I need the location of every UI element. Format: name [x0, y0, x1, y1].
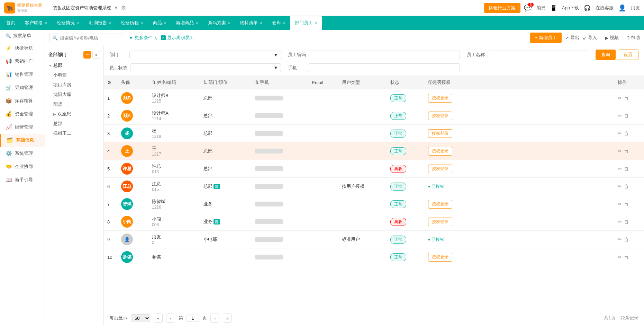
sidebar-item-3[interactable]: 📊销售管理 — [0, 68, 45, 81]
edit-icon-8[interactable]: ✏ — [618, 237, 622, 242]
col-settings[interactable]: ⚙ — [104, 76, 118, 89]
tab-close-icon-8[interactable]: × — [260, 21, 262, 25]
tab-close-icon-2[interactable]: × — [77, 21, 79, 25]
edit-icon-6[interactable]: ✏ — [618, 201, 622, 207]
edit-icon-1[interactable]: ✏ — [618, 113, 622, 118]
prev-page-btn[interactable]: ‹ — [166, 314, 175, 323]
last-page-btn[interactable]: » — [223, 314, 232, 323]
sidebar-item-11[interactable]: 📖新手引导 — [0, 173, 45, 186]
view-button[interactable]: ▶ 视频 — [605, 35, 619, 41]
dept-item-4[interactable]: 配货 — [45, 99, 103, 109]
edit-icon-4[interactable]: ✏ — [618, 166, 622, 171]
delete-icon-7[interactable]: 🗑 — [624, 219, 629, 224]
app-download-icon[interactable]: 📱 — [550, 5, 557, 11]
delete-icon-3[interactable]: 🗑 — [624, 148, 629, 154]
page-input[interactable] — [187, 315, 199, 322]
nav-tab-0[interactable]: 首页 — [1, 16, 20, 30]
cell-auth-0[interactable]: 授权登录 — [425, 89, 476, 107]
auth-btn-2[interactable]: 授权登录 — [428, 129, 452, 138]
edit-icon-0[interactable]: ✏ — [618, 95, 622, 101]
sidebar-item-7[interactable]: 📈经营管理 — [0, 121, 45, 134]
auth-btn-7[interactable]: 授权登录 — [428, 218, 452, 226]
auth-btn-9[interactable]: 授权登录 — [428, 253, 452, 262]
sidebar-item-4[interactable]: 🛒采购管理 — [0, 81, 45, 94]
tab-close-icon-9[interactable]: × — [283, 21, 285, 25]
nav-tab-8[interactable]: 物料清单× — [235, 16, 267, 30]
help-button[interactable]: ? 帮助 — [627, 35, 640, 41]
sidebar-item-1[interactable]: ⚡快捷导航 — [0, 42, 45, 55]
delete-icon-5[interactable]: 🗑 — [624, 184, 629, 189]
dept-item-1[interactable]: 小电部 — [45, 70, 103, 80]
delete-icon-1[interactable]: 🗑 — [624, 113, 629, 118]
search-input[interactable] — [60, 35, 122, 41]
tab-close-icon-6[interactable]: × — [196, 21, 198, 25]
add-employee-button[interactable]: + 新增员工 — [530, 33, 562, 43]
sidebar-item-2[interactable]: 📢营销推广 — [0, 55, 45, 68]
settings-icon[interactable]: ⚙ — [121, 5, 126, 11]
nav-tab-10[interactable]: 部门员工× — [290, 16, 322, 30]
dept-item-2[interactable]: 项目库房 — [45, 80, 103, 90]
tab-close-icon-1[interactable]: × — [45, 21, 47, 25]
tab-close-icon-4[interactable]: × — [141, 21, 143, 25]
sidebar-item-9[interactable]: ⚙️系统管理 — [0, 147, 45, 160]
col-dept[interactable]: ⇅ 部门/职位 — [200, 76, 252, 89]
delete-icon-9[interactable]: 🗑 — [624, 254, 629, 260]
filter-status-select[interactable]: ▼ — [130, 63, 281, 72]
user-label[interactable]: 用友 — [631, 5, 640, 11]
dept-collapse-btn[interactable]: « — [92, 51, 100, 59]
dept-item-3[interactable]: 沈阳大库 — [45, 90, 103, 99]
sidebar-item-8[interactable]: 🗂️基础信息 — [0, 134, 45, 147]
next-page-btn[interactable]: › — [210, 314, 219, 323]
col-phone[interactable]: ⇅ 手机 — [252, 76, 309, 89]
cell-auth-2[interactable]: 授权登录 — [425, 125, 476, 142]
dept-edit-btn[interactable]: ✏ — [83, 51, 91, 59]
delete-icon-2[interactable]: 🗑 — [624, 131, 629, 136]
nav-tab-6[interactable]: 新增商品× — [171, 16, 203, 30]
service-icon[interactable]: 🎧 — [584, 5, 591, 11]
nav-tab-5[interactable]: 商品× — [148, 16, 171, 30]
filter-emp-name-input[interactable] — [488, 51, 589, 59]
tab-close-icon-3[interactable]: × — [109, 21, 111, 25]
filter-phone-input[interactable] — [308, 63, 460, 72]
cell-auth-4[interactable]: 授权登录 — [425, 160, 476, 178]
more-filter-btn[interactable]: ▼ 更多条件 ∧ — [129, 35, 157, 41]
col-name[interactable]: ⇅ 姓名/编码 — [148, 76, 200, 89]
sidebar-item-6[interactable]: 💰资金管理 — [0, 107, 45, 121]
filter-dept-select[interactable]: ▼ — [129, 51, 281, 59]
auth-btn-3[interactable]: 授权登录 — [428, 147, 452, 156]
query-button[interactable]: 查询 — [596, 50, 616, 60]
cell-auth-7[interactable]: 授权登录 — [425, 213, 476, 231]
nav-tab-1[interactable]: 客户联络× — [20, 16, 52, 30]
first-page-btn[interactable]: « — [154, 314, 163, 323]
auth-btn-1[interactable]: 授权登录 — [428, 112, 452, 120]
per-page-select[interactable]: 50 20 100 — [131, 314, 150, 322]
filter-emp-code-input[interactable] — [309, 51, 460, 59]
cell-auth-1[interactable]: 授权登录 — [425, 107, 476, 125]
delete-icon-8[interactable]: 🗑 — [624, 237, 629, 242]
delete-icon-0[interactable]: 🗑 — [624, 95, 629, 101]
export-button[interactable]: ↗ 导出 — [565, 35, 579, 41]
edit-icon-2[interactable]: ✏ — [618, 131, 622, 136]
cell-auth-3[interactable]: 授权登录 — [425, 142, 476, 160]
import-button[interactable]: ↙ 导入 — [583, 35, 597, 41]
dept-item-6[interactable]: 总部 — [45, 119, 103, 129]
auth-btn-0[interactable]: 授权登录 — [428, 94, 452, 103]
search-box[interactable]: 🔍 — [49, 34, 125, 42]
edit-icon-3[interactable]: ✏ — [618, 148, 622, 154]
show-resigned-toggle[interactable]: ✓ 显示离职员工 — [161, 35, 194, 41]
cell-auth-6[interactable]: 授权登录 — [425, 195, 476, 213]
sidebar-search[interactable]: 🔍 搜索菜单 — [0, 30, 45, 42]
auth-btn-6[interactable]: 授权登录 — [428, 200, 452, 209]
message-icon[interactable]: 💬 5 — [524, 4, 532, 12]
tab-close-icon-7[interactable]: × — [228, 21, 230, 25]
nav-tab-4[interactable]: 经营历程× — [116, 16, 148, 30]
tab-close-icon-10[interactable]: × — [315, 21, 317, 25]
nav-tab-2[interactable]: 经营情况× — [52, 16, 84, 30]
sidebar-item-10[interactable]: 🤝企业协同 — [0, 160, 45, 173]
delete-icon-6[interactable]: 🗑 — [624, 201, 629, 207]
auth-btn-4[interactable]: 授权登录 — [428, 165, 452, 173]
reset-button[interactable]: 设置 — [618, 50, 638, 60]
dept-item-0[interactable]: ▼总部 — [45, 61, 103, 70]
tab-close-icon-5[interactable]: × — [164, 21, 166, 25]
nav-tab-3[interactable]: 利润报告× — [84, 16, 116, 30]
